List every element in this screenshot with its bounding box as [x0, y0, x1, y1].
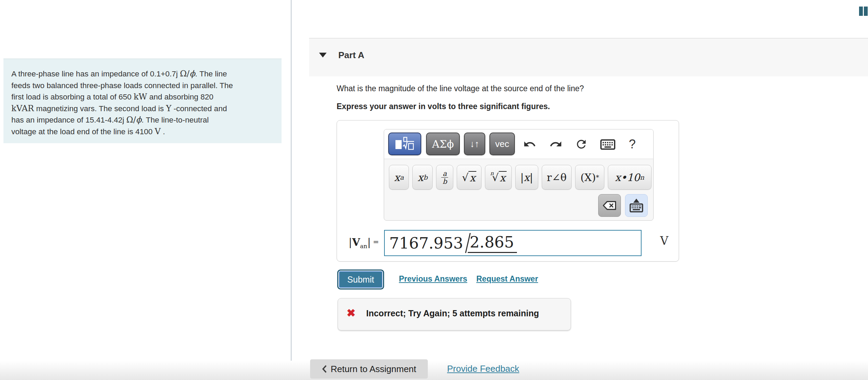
- reset-icon: [575, 138, 588, 151]
- move-up-down-button[interactable]: ↓↑: [464, 133, 485, 155]
- template-polar-button[interactable]: r∠θ: [542, 165, 572, 190]
- template-sub-button[interactable]: xb: [412, 165, 433, 190]
- part-title: Part A: [338, 50, 364, 61]
- question-text: What is the magnitude of the line voltag…: [337, 84, 584, 93]
- toolbar-row-main: ΑΣϕ ↓↑ vec: [384, 129, 653, 159]
- keyboard-icon: [600, 138, 616, 150]
- template-frac-button[interactable]: ab: [436, 165, 453, 190]
- request-answer-link[interactable]: Request Answer: [476, 274, 538, 284]
- feedback-message: Incorrect; Try Again; 5 attempts remaini…: [366, 308, 539, 318]
- caret-up-icon: [632, 199, 641, 203]
- vector-button[interactable]: vec: [489, 133, 515, 155]
- redo-button[interactable]: [548, 136, 564, 152]
- problem-text: A three-phase line has an impedance of 0…: [11, 70, 233, 136]
- part-a-header[interactable]: Part A: [309, 38, 868, 76]
- panel-divider: [291, 0, 292, 380]
- keyboard-icon: [629, 203, 643, 212]
- editor-toolbar: ΑΣϕ ↓↑ vec: [384, 129, 654, 221]
- problem-statement: A three-phase line has an impedance of 0…: [3, 59, 282, 143]
- return-to-assignment-button[interactable]: Return to Assignment: [310, 359, 428, 379]
- template-sqrt-button[interactable]: √x: [457, 165, 481, 190]
- provide-feedback-link[interactable]: Provide Feedback: [447, 363, 519, 374]
- math-templates-button[interactable]: [388, 133, 421, 155]
- template-sup-button[interactable]: xa: [389, 165, 409, 190]
- keyboard-shortcuts-button[interactable]: [598, 136, 617, 152]
- book-icon: [859, 7, 868, 16]
- reset-button[interactable]: [573, 136, 589, 152]
- template-conj-button[interactable]: (X)*: [575, 165, 604, 190]
- submit-button[interactable]: Submit: [337, 270, 384, 289]
- backspace-icon: [602, 200, 617, 211]
- collapse-caret-icon[interactable]: [319, 53, 327, 57]
- answer-input[interactable]: 7167.9532.865: [384, 230, 642, 256]
- incorrect-x-icon: ✖: [347, 308, 356, 318]
- equation-editor: ΑΣϕ ↓↑ vec: [337, 120, 679, 262]
- answer-magnitude: 7167.953: [389, 234, 463, 252]
- greek-letters-button[interactable]: ΑΣϕ: [426, 133, 460, 155]
- template-sci-button[interactable]: x•10n: [608, 165, 652, 190]
- answer-angle: 2.865: [468, 233, 517, 253]
- chevron-left-icon: [322, 365, 327, 373]
- show-keyboard-button[interactable]: [625, 194, 648, 217]
- undo-button[interactable]: [522, 136, 538, 152]
- feedback-box: ✖ Incorrect; Try Again; 5 attempts remai…: [338, 298, 571, 330]
- footer-strip: [0, 361, 868, 380]
- answer-label: |Van|=: [343, 236, 379, 250]
- help-button[interactable]: ?: [624, 136, 640, 152]
- answer-unit: V: [660, 234, 668, 247]
- return-label: Return to Assignment: [331, 364, 416, 374]
- template-abs-button[interactable]: |x|: [515, 165, 538, 190]
- previous-answers-link[interactable]: Previous Answers: [399, 274, 467, 284]
- redo-icon: [549, 138, 562, 151]
- template-nroot-button[interactable]: n√x: [485, 165, 511, 190]
- math-templates-icon: [394, 136, 415, 152]
- backspace-button[interactable]: [598, 194, 621, 217]
- toolbar-row-edit: [384, 190, 653, 221]
- toolbar-row-templates: xaxbab√xn√x|x|r∠θ(X)*x•10n: [384, 159, 653, 190]
- answer-instruction: Express your answer in volts to three si…: [337, 102, 550, 111]
- undo-icon: [523, 138, 536, 151]
